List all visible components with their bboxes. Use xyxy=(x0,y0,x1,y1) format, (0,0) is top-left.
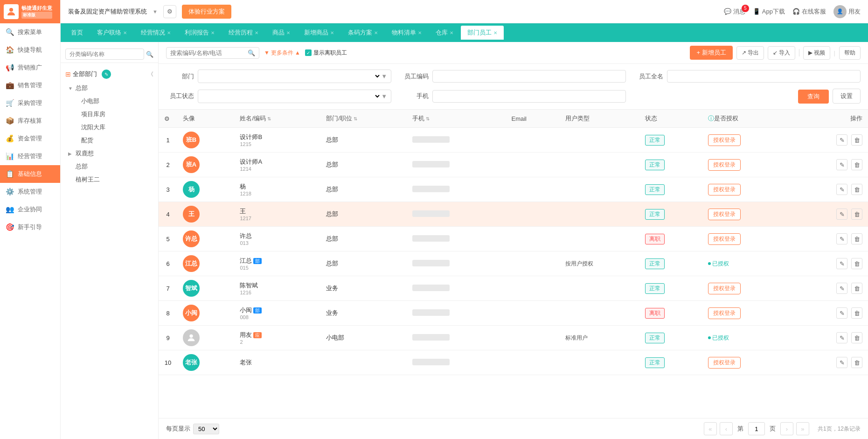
dept-edit-icon[interactable]: ✎ xyxy=(102,70,111,79)
delete-button[interactable]: 🗑 xyxy=(851,332,862,343)
tab-warehouse[interactable]: 仓库✕ xyxy=(429,26,460,40)
tab-bizhistory[interactable]: 经营历程✕ xyxy=(222,26,265,40)
next-page-btn[interactable]: › xyxy=(780,422,793,435)
search-input[interactable] xyxy=(170,49,245,56)
edit-button[interactable]: ✎ xyxy=(836,134,847,146)
emp-name-input[interactable] xyxy=(667,70,861,83)
delete-button[interactable]: 🗑 xyxy=(851,357,862,368)
app-title-dropdown[interactable]: ▼ xyxy=(153,9,158,14)
search-submit-icon[interactable]: 🔍 xyxy=(248,49,255,56)
search-button[interactable]: 查询 xyxy=(798,90,829,104)
tab-department[interactable]: 部门员工✕ xyxy=(461,26,504,40)
settings-button[interactable]: ⚙ xyxy=(163,5,176,18)
view-button[interactable]: ▶ 视频 xyxy=(803,46,830,60)
auth-login-button[interactable]: 授权登录 xyxy=(708,283,741,294)
dept-node-xiaodian[interactable]: 小电部 xyxy=(61,95,158,108)
filter-dept-select[interactable]: ▼ xyxy=(198,70,391,83)
col-phone[interactable]: 手机⇅ xyxy=(407,110,506,128)
online-service-btn[interactable]: 🎧 在线客服 xyxy=(792,7,826,16)
per-page-select[interactable]: 50 20 100 xyxy=(193,424,219,434)
tab-profit[interactable]: 利润报告✕ xyxy=(178,26,221,40)
dept-all-btn[interactable]: ⊞ 全部部门 ✎ 《 xyxy=(61,67,158,82)
search-input-wrap[interactable]: 🔍 xyxy=(166,47,259,59)
close-icon-active[interactable]: ✕ xyxy=(493,30,497,35)
auth-login-button[interactable]: 授权登录 xyxy=(708,233,741,245)
delete-button[interactable]: 🗑 xyxy=(851,307,862,319)
reset-button[interactable]: 设置 xyxy=(833,89,861,104)
sidebar-item-system[interactable]: ⚙️系统管理 xyxy=(0,183,60,201)
collapse-icon[interactable]: 《 xyxy=(148,70,153,78)
tab-goods[interactable]: 商品✕ xyxy=(266,26,297,40)
tab-home[interactable]: 首页 xyxy=(64,26,90,40)
tab-barcode[interactable]: 条码方案✕ xyxy=(341,26,384,40)
auth-login-button[interactable]: 授权登录 xyxy=(708,209,741,220)
dept-search-icon[interactable]: 🔍 xyxy=(146,51,153,58)
dept-node-peihe[interactable]: 配货 xyxy=(61,134,158,147)
sidebar-item-sales[interactable]: 💼销售管理 xyxy=(0,77,60,94)
close-icon[interactable]: ✕ xyxy=(167,30,171,35)
status-select[interactable] xyxy=(202,92,381,100)
edit-button[interactable]: ✎ xyxy=(836,159,847,170)
delete-button[interactable]: 🗑 xyxy=(851,134,862,146)
filter-status-select[interactable]: ▼ xyxy=(198,90,391,103)
delete-button[interactable]: 🗑 xyxy=(851,258,862,269)
export-button[interactable]: ↗ 导出 xyxy=(736,46,764,60)
close-icon[interactable]: ✕ xyxy=(255,30,258,35)
delete-button[interactable]: 🗑 xyxy=(851,283,862,294)
col-settings[interactable]: ⚙ xyxy=(159,110,177,128)
sidebar-item-collab[interactable]: 👥企业协同 xyxy=(0,201,60,218)
tab-customer[interactable]: 客户联络✕ xyxy=(90,26,133,40)
tab-operation[interactable]: 经营情况✕ xyxy=(134,26,177,40)
last-page-btn[interactable]: » xyxy=(796,422,809,435)
delete-button[interactable]: 🗑 xyxy=(851,184,862,195)
dept-node-zhishu[interactable]: 植树王二 xyxy=(61,173,158,186)
tab-bom[interactable]: 物料清单✕ xyxy=(385,26,428,40)
sidebar-item-operation[interactable]: 📊经营管理 xyxy=(0,147,60,165)
dept-node-zongbu2[interactable]: 总部 xyxy=(61,160,158,173)
show-resign-toggle[interactable]: ✓ 显示离职员工 xyxy=(305,49,347,57)
sidebar-item-quicknav[interactable]: 🏠快捷导航 xyxy=(0,41,60,59)
edit-button[interactable]: ✎ xyxy=(836,283,847,294)
sidebar-item-search[interactable]: 🔍搜索菜单 xyxy=(0,23,60,41)
close-icon[interactable]: ✕ xyxy=(450,30,453,35)
import-button[interactable]: ↙ 导入 xyxy=(768,46,795,60)
sidebar-item-basicinfo[interactable]: 📋基础信息 xyxy=(0,165,60,183)
delete-button[interactable]: 🗑 xyxy=(851,209,862,220)
sidebar-item-marketing[interactable]: 📢营销推广 xyxy=(0,59,60,77)
auth-login-button[interactable]: 授权登录 xyxy=(708,357,741,369)
edit-button[interactable]: ✎ xyxy=(836,332,847,343)
user-avatar-btn[interactable]: 👤 用友 xyxy=(833,5,861,18)
dept-select[interactable] xyxy=(202,72,381,80)
auth-login-button[interactable]: 授权登录 xyxy=(708,159,741,171)
delete-button[interactable]: 🗑 xyxy=(851,159,862,170)
first-page-btn[interactable]: « xyxy=(704,422,717,435)
close-icon[interactable]: ✕ xyxy=(374,30,378,35)
sidebar-item-newguide[interactable]: 🎯新手引导 xyxy=(0,218,60,236)
prev-page-btn[interactable]: ‹ xyxy=(720,422,733,435)
col-dept[interactable]: 部门/职位⇅ xyxy=(320,110,407,128)
edit-button[interactable]: ✎ xyxy=(836,233,847,244)
more-condition-btn[interactable]: ▼ 更多条件 ▲ xyxy=(264,49,300,57)
edit-button[interactable]: ✎ xyxy=(836,357,847,368)
sidebar-item-finance[interactable]: 💰资金管理 xyxy=(0,130,60,147)
tab-addgoods[interactable]: 新增商品✕ xyxy=(298,26,340,40)
dept-node-shenyang[interactable]: 沈阳大库 xyxy=(61,121,158,134)
edit-button[interactable]: ✎ xyxy=(836,307,847,319)
add-employee-button[interactable]: + 新增员工 xyxy=(690,46,732,60)
close-icon[interactable]: ✕ xyxy=(286,30,290,35)
help-button[interactable]: 帮助 xyxy=(839,46,861,60)
phone-input[interactable] xyxy=(432,90,626,103)
trial-btn[interactable]: 体验行业方案 xyxy=(182,5,231,19)
delete-button[interactable]: 🗑 xyxy=(851,233,862,244)
emp-code-input[interactable] xyxy=(432,70,626,83)
message-btn[interactable]: 💬 消息 5 xyxy=(724,7,745,16)
dept-node-project[interactable]: 项目库房 xyxy=(61,108,158,121)
page-input[interactable] xyxy=(748,422,765,435)
auth-login-button[interactable]: 授权登录 xyxy=(708,307,741,319)
col-name[interactable]: 姓名/编码⇅ xyxy=(234,110,320,128)
edit-button[interactable]: ✎ xyxy=(836,209,847,220)
app-download-btn[interactable]: 📱 App下载 xyxy=(753,7,785,16)
close-icon[interactable]: ✕ xyxy=(211,30,215,35)
auth-login-button[interactable]: 授权登录 xyxy=(708,184,741,195)
close-icon[interactable]: ✕ xyxy=(330,30,334,35)
